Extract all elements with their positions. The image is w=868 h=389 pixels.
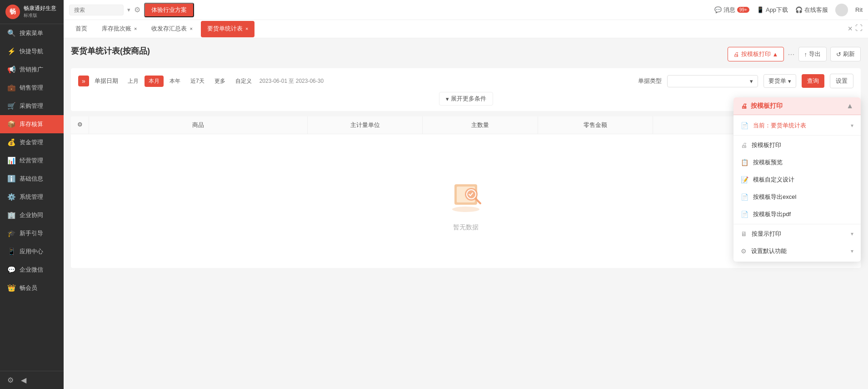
- more-icon[interactable]: ···: [788, 50, 794, 59]
- settings-gear-icon[interactable]: ⚙: [134, 5, 140, 14]
- sidebar-label-sales: 销售管理: [20, 84, 43, 92]
- sidebar-icon-sales: 💼: [7, 84, 16, 92]
- separator-2: [733, 224, 861, 224]
- template-pdf-item[interactable]: 📄 按模板导出pdf: [733, 206, 861, 223]
- table-col-unit: 主计量单位: [308, 116, 423, 134]
- sidebar-item-search[interactable]: 🔍搜索菜单: [0, 24, 64, 42]
- sidebar-label-basic: 基础信息: [20, 175, 43, 183]
- display-print-item[interactable]: 🖥 按显示打印 ▾: [733, 225, 861, 242]
- tab-summary[interactable]: 收发存汇总表 ×: [145, 21, 199, 37]
- expand-more-label: 展开更多条件: [451, 95, 486, 103]
- table-col-amount: 零售金额: [538, 116, 653, 134]
- template-preview-item[interactable]: 📋 按模板预览: [733, 154, 861, 171]
- online-service-item[interactable]: 🎧 在线客服: [795, 6, 828, 14]
- tab-inventory-batch[interactable]: 库存批次账 ×: [95, 21, 143, 37]
- search-input[interactable]: [69, 5, 124, 15]
- app-download-item[interactable]: 📱 App下载: [757, 6, 788, 14]
- tab-summary-close-icon[interactable]: ×: [190, 26, 192, 31]
- sidebar-item-appstore[interactable]: 📱应用中心: [0, 242, 64, 261]
- sidebar-item-wechat[interactable]: 💬企业微信: [0, 261, 64, 279]
- sidebar-icon-system: ⚙️: [7, 193, 16, 201]
- current-template-item[interactable]: 📄 当前：要货单统计表 ▾: [733, 117, 861, 134]
- query-button[interactable]: 查询: [802, 74, 824, 88]
- export-button[interactable]: ↑ 导出: [798, 47, 827, 61]
- date-btn-last-7[interactable]: 近7天: [186, 76, 209, 87]
- print-dropdown: 🖨 按模板打印 ▲ 📄 当前：要货单统计表 ▾ 🖨 按模板: [733, 97, 861, 262]
- sidebar-item-enterprise[interactable]: 🏢企业协同: [0, 206, 64, 224]
- sidebar-item-purchase[interactable]: 🛒采购管理: [0, 97, 64, 115]
- sidebar-label-finance: 资金管理: [20, 138, 43, 147]
- sidebar-item-marketing[interactable]: 📢营销推广: [0, 61, 64, 79]
- sidebar-item-operation[interactable]: 📊经营管理: [0, 152, 64, 170]
- yaohuodan-filter[interactable]: 要货单 ▾: [763, 74, 796, 88]
- sidebar-icon-newbie: 🎓: [7, 229, 16, 237]
- current-template-chevron-icon: ▾: [851, 122, 853, 129]
- sidebar-icon-search: 🔍: [7, 29, 16, 37]
- avatar[interactable]: [835, 4, 848, 16]
- display-print-icon: 🖥: [741, 230, 747, 237]
- tab-order-stats-close-icon[interactable]: ×: [245, 26, 248, 31]
- sidebar-item-sales[interactable]: 💼销售管理: [0, 79, 64, 97]
- sidebar-item-shortcut[interactable]: ⚡快捷导航: [0, 42, 64, 61]
- table-col-qty: 主数量: [423, 116, 538, 134]
- filter-expand-button[interactable]: »: [78, 76, 89, 86]
- tab-bar-expand-icon[interactable]: ⛶: [855, 24, 863, 34]
- date-btn-more[interactable]: 更多: [210, 76, 229, 87]
- sidebar-icon-finance: 💰: [7, 138, 16, 147]
- column-settings-button[interactable]: 设置: [830, 74, 853, 88]
- sidebar-label-member: 畅会员: [20, 284, 37, 292]
- date-btn-last-month[interactable]: 上月: [124, 76, 143, 87]
- main-area: ▾ ⚙ 体验行业方案 💬 消息 99+ 📱 App下载 🎧 在线客服 Rit 首…: [64, 0, 868, 389]
- table-col-product: 商品: [89, 116, 308, 134]
- tab-order-stats[interactable]: 要货单统计表 ×: [201, 21, 254, 37]
- app-download-label: App下载: [766, 6, 788, 14]
- template-custom-item[interactable]: 📝 模板自定义设计: [733, 171, 861, 188]
- yaohuodan-chevron-icon: ▾: [788, 78, 791, 85]
- date-btn-custom[interactable]: 自定义: [231, 76, 256, 87]
- sidebar-label-operation: 经营管理: [20, 157, 43, 165]
- dropdown-close-icon[interactable]: ▲: [846, 102, 853, 110]
- yaohuodan-label: 要货单: [768, 77, 786, 85]
- tab-inventory-batch-close-icon[interactable]: ×: [134, 26, 137, 31]
- dropdown-header: 🖨 按模板打印 ▲: [733, 97, 861, 115]
- trial-button[interactable]: 体验行业方案: [144, 3, 194, 17]
- date-btn-this-year[interactable]: 本年: [165, 76, 185, 87]
- refresh-icon: ↺: [836, 51, 841, 58]
- refresh-button[interactable]: ↺ 刷新: [830, 47, 861, 61]
- tab-home[interactable]: 首页: [69, 21, 94, 37]
- print-button[interactable]: 🖨 按模板打印 ▲: [728, 47, 784, 61]
- settings-icon[interactable]: ⚙: [7, 376, 14, 384]
- sidebar-item-finance[interactable]: 💰资金管理: [0, 133, 64, 152]
- template-excel-item[interactable]: 📄 按模板导出excel: [733, 188, 861, 206]
- empty-text: 暂无数据: [453, 223, 479, 232]
- notifications-item[interactable]: 💬 消息 99+: [714, 6, 749, 14]
- table-col-settings[interactable]: ⚙: [71, 116, 89, 134]
- order-type-select[interactable]: ▾: [667, 75, 758, 87]
- dropdown-chevron-icon[interactable]: ▾: [127, 6, 130, 13]
- print-icon: 🖨: [733, 51, 739, 58]
- audio-icon[interactable]: ◀: [21, 376, 26, 384]
- sidebar-item-inventory[interactable]: 📦库存核算: [0, 115, 64, 133]
- print-label: 按模板打印: [741, 50, 771, 58]
- sidebar-bottom: ⚙ ◀: [0, 371, 64, 389]
- tab-summary-label: 收发存汇总表: [151, 25, 187, 33]
- expand-more-button[interactable]: ▾ 展开更多条件: [439, 92, 493, 106]
- default-function-label: 设置默认功能: [751, 247, 787, 255]
- logo-text: 畅康通好生意: [24, 5, 56, 12]
- sidebar-item-system[interactable]: ⚙️系统管理: [0, 188, 64, 206]
- notifications-label: 消息: [723, 6, 735, 14]
- sidebar-label-shortcut: 快捷导航: [20, 47, 43, 56]
- template-print-item[interactable]: 🖨 按模板打印: [733, 136, 861, 154]
- date-buttons: 上月 本月 本年 近7天 更多 自定义 2023-06-01 至 2023-06…: [124, 76, 324, 87]
- date-btn-this-month[interactable]: 本月: [145, 76, 164, 87]
- bell-icon: 💬: [714, 6, 722, 13]
- default-function-chevron-icon: ▾: [851, 248, 853, 254]
- sidebar-item-newbie[interactable]: 🎓新手引导: [0, 224, 64, 242]
- sidebar-label-system: 系统管理: [20, 193, 43, 201]
- sidebar-item-basic[interactable]: ℹ️基础信息: [0, 170, 64, 188]
- sidebar-item-member[interactable]: 👑畅会员: [0, 279, 64, 297]
- default-function-item[interactable]: ⚙ 设置默认功能 ▾: [733, 242, 861, 260]
- display-print-label: 按显示打印: [752, 230, 781, 238]
- tab-bar-close-icon[interactable]: ×: [848, 24, 853, 34]
- phone-icon: 📱: [757, 6, 764, 13]
